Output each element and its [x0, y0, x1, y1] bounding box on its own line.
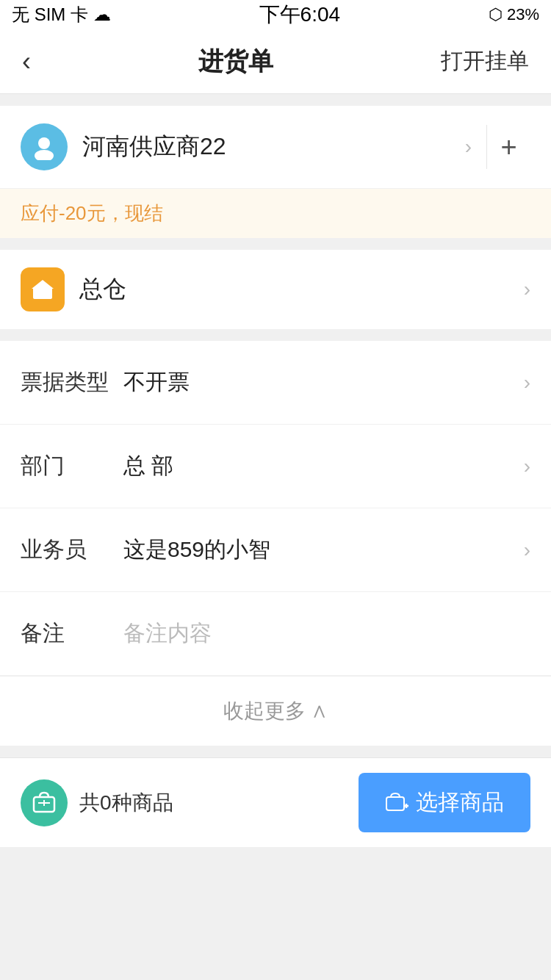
- invoice-type-label: 票据类型: [21, 367, 123, 397]
- section-gap-2: [0, 238, 551, 250]
- warehouse-row[interactable]: 总仓 ›: [0, 250, 551, 329]
- sim-signal-text: 无 SIM 卡 ☁: [12, 3, 111, 26]
- battery-icon: ⬡: [489, 5, 503, 24]
- section-gap-4: [0, 746, 551, 757]
- svg-point-1: [35, 150, 54, 160]
- collapse-button[interactable]: 收起更多 ∧: [0, 676, 551, 746]
- nav-bar: ‹ 进货单 打开挂单: [0, 29, 551, 94]
- invoice-type-chevron-icon: ›: [524, 371, 530, 394]
- warehouse-card: 总仓 ›: [0, 250, 551, 329]
- bottom-bar: 共0种商品 选择商品: [0, 757, 551, 847]
- section-gap-1: [0, 94, 551, 106]
- remark-row[interactable]: 备注 备注内容: [0, 592, 551, 676]
- notice-text: 应付-20元，现结: [21, 202, 163, 224]
- back-button[interactable]: ‹: [22, 46, 31, 77]
- invoice-type-row[interactable]: 票据类型 不开票 ›: [0, 341, 551, 425]
- section-gap-3: [0, 329, 551, 341]
- salesperson-row[interactable]: 业务员 这是859的小智 ›: [0, 508, 551, 592]
- add-supplier-button[interactable]: +: [486, 125, 530, 169]
- warehouse-icon: [21, 267, 65, 311]
- department-row[interactable]: 部门 总 部 ›: [0, 425, 551, 508]
- status-right: ⬡ 23%: [489, 5, 539, 24]
- svg-rect-4: [39, 293, 46, 299]
- warehouse-chevron-icon: ›: [524, 278, 530, 301]
- status-bar: 无 SIM 卡 ☁ 下午6:04 ⬡ 23%: [0, 0, 551, 29]
- product-icon: [21, 779, 68, 826]
- product-count-text: 共0种商品: [79, 789, 359, 817]
- status-left: 无 SIM 卡 ☁: [12, 3, 111, 26]
- collapse-label: 收起更多 ∧: [223, 697, 328, 725]
- status-time: 下午6:04: [259, 1, 341, 29]
- supplier-row[interactable]: 河南供应商22 › +: [0, 106, 551, 189]
- department-value: 总 部: [123, 451, 524, 481]
- notice-bar: 应付-20元，现结: [0, 189, 551, 238]
- page-title: 进货单: [198, 45, 273, 79]
- warehouse-name: 总仓: [79, 273, 524, 306]
- svg-rect-8: [386, 797, 404, 810]
- remark-label: 备注: [21, 619, 123, 649]
- open-pending-button[interactable]: 打开挂单: [441, 46, 529, 76]
- select-product-label: 选择商品: [416, 788, 504, 818]
- salesperson-label: 业务员: [21, 535, 123, 565]
- select-product-button[interactable]: 选择商品: [359, 773, 530, 832]
- supplier-card: 河南供应商22 › + 应付-20元，现结: [0, 106, 551, 238]
- svg-point-0: [38, 137, 50, 149]
- main-content-area: [0, 847, 551, 980]
- department-label: 部门: [21, 451, 123, 481]
- supplier-avatar: [21, 123, 68, 170]
- salesperson-chevron-icon: ›: [524, 538, 530, 562]
- department-chevron-icon: ›: [524, 455, 530, 478]
- remark-placeholder: 备注内容: [123, 619, 530, 649]
- form-card: 票据类型 不开票 › 部门 总 部 › 业务员 这是859的小智 › 备注 备注…: [0, 341, 551, 746]
- salesperson-value: 这是859的小智: [123, 535, 524, 565]
- svg-marker-3: [32, 280, 54, 289]
- supplier-name: 河南供应商22: [82, 131, 465, 163]
- invoice-type-value: 不开票: [123, 367, 524, 397]
- supplier-chevron-icon: ›: [465, 135, 472, 159]
- battery-text: 23%: [507, 5, 539, 24]
